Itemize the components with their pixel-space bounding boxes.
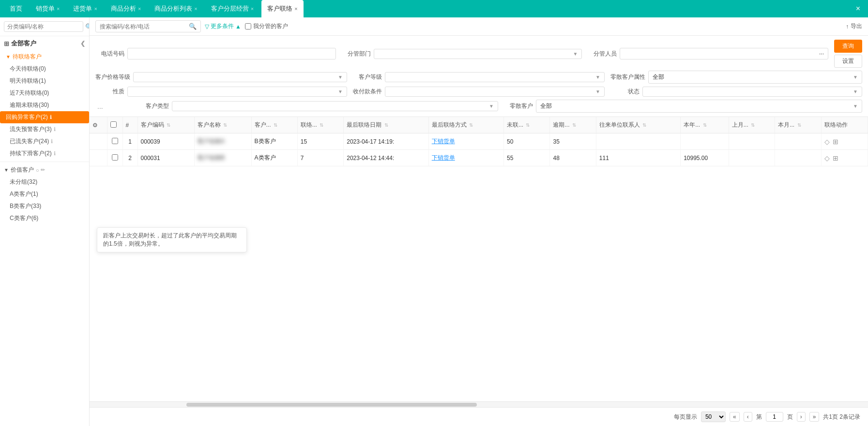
row-checkbox-cell[interactable]	[107, 133, 122, 150]
th-not-contacted[interactable]: 未联... ⇅	[504, 117, 550, 133]
tab-customer-segmentation[interactable]: 客户分层经营 ×	[205, 0, 259, 17]
sidebar-search-input[interactable]	[4, 21, 83, 32]
customer-level-select[interactable]: ▼	[385, 72, 605, 82]
per-page-select[interactable]: 50 100 200	[701, 411, 726, 422]
th-category[interactable]: 客户... ⇅	[251, 117, 297, 133]
action-icons-container: ◇ ⊞	[824, 154, 865, 162]
edit-icon[interactable]: ○	[36, 167, 39, 173]
sidebar-all-customers-header[interactable]: ⊞ 全部客户 ❮	[0, 36, 89, 51]
sidebar-value-customers-header[interactable]: ▼ 价值客户 ○ ✏	[0, 164, 89, 176]
sidebar-item-ungrouped[interactable]: 未分组(32)	[0, 176, 89, 188]
record-action-icon[interactable]: ⊞	[833, 138, 838, 146]
th-this-year[interactable]: 本年... ⇅	[681, 117, 729, 133]
status-select[interactable]: ▼	[642, 87, 862, 97]
row-this-year: 10995.00	[681, 150, 729, 166]
horizontal-scrollbar[interactable]	[90, 401, 868, 407]
close-icon[interactable]: ×	[294, 0, 297, 17]
retail-customer-select[interactable]: 全部 ▼	[536, 100, 862, 113]
tab-home[interactable]: 首页	[4, 0, 28, 17]
next-page-button[interactable]: ›	[797, 412, 806, 422]
th-overdue[interactable]: 逾期... ⇅	[550, 117, 596, 133]
row-last-contact-method[interactable]: 下销货单	[428, 150, 503, 166]
more-dots[interactable]: ...	[95, 103, 105, 110]
select-all-checkbox[interactable]	[110, 121, 117, 128]
sidebar-item-persistent-decline[interactable]: 持续下滑客户(2) ℹ	[0, 147, 89, 160]
tab-product-analysis-label: 商品分析	[111, 0, 136, 17]
tab-product-analysis-list[interactable]: 商品分析列表 ×	[149, 0, 203, 17]
first-page-button[interactable]: «	[730, 412, 740, 422]
manager-select[interactable]: ···	[620, 48, 828, 59]
th-last-month[interactable]: 上月... ⇅	[729, 117, 775, 133]
customer-type-select[interactable]: ▼	[172, 101, 498, 111]
sidebar-item-today[interactable]: 今天待联络(0)	[0, 63, 89, 75]
my-customers-checkbox-area[interactable]: 我分管的客户	[245, 22, 288, 30]
row-last-contact-method[interactable]: 下销货单	[428, 133, 503, 150]
close-icon[interactable]: ×	[251, 0, 254, 17]
query-button[interactable]: 查询	[834, 40, 862, 53]
phone-input[interactable]	[127, 48, 336, 59]
close-icon[interactable]: ×	[94, 0, 97, 17]
settings-button[interactable]: 设置	[834, 55, 862, 68]
dept-select[interactable]: ▼	[374, 49, 582, 59]
nav-close-button[interactable]: ×	[852, 4, 864, 13]
value-customers-label: 价值客户	[11, 166, 34, 174]
th-settings[interactable]: ⚙	[90, 117, 107, 133]
my-customers-checkbox[interactable]	[245, 23, 251, 29]
search-input[interactable]	[100, 23, 187, 30]
sidebar-pending-contact-header[interactable]: ▼ 待联络客户	[0, 51, 89, 63]
last-contact-method-link[interactable]: 下销货单	[432, 138, 455, 145]
tab-purchase-order[interactable]: 进货单 ×	[67, 0, 103, 17]
close-icon[interactable]: ×	[194, 0, 197, 17]
last-contact-method-link[interactable]: 下销货单	[432, 154, 455, 161]
sidebar-item-class-a[interactable]: A类客户(1)	[0, 188, 89, 200]
sidebar-item-class-b[interactable]: B类客户(33)	[0, 200, 89, 212]
row-checkbox[interactable]	[112, 154, 118, 161]
contact-action-icon[interactable]: ◇	[824, 154, 830, 162]
sidebar-search-icon[interactable]: 🔍	[85, 23, 90, 30]
sidebar-item-7days[interactable]: 近7天待联络(0)	[0, 87, 89, 99]
scrollbar-thumb[interactable]	[186, 403, 477, 407]
th-checkbox[interactable]	[107, 117, 122, 133]
retail-attr-select[interactable]: 全部 ▼	[648, 71, 862, 84]
class-c-label: C类客户(6)	[10, 215, 38, 221]
th-last-contact-date[interactable]: 最后联络日期 ⇅	[344, 117, 429, 133]
row-code[interactable]: 000031	[137, 150, 194, 166]
sidebar-item-repurchase-abnormal[interactable]: 回购异常客户(2) ℹ	[0, 111, 89, 123]
page-number-input[interactable]	[766, 412, 783, 422]
tab-customer-contact[interactable]: 客户联络 ×	[261, 0, 303, 17]
sidebar-item-already-lost[interactable]: 已流失客户(24) ℹ	[0, 135, 89, 147]
top-navigation: 首页 销货单 × 进货单 × 商品分析 × 商品分析列表 × 客户分层经营 × …	[0, 0, 868, 17]
contact-action-icon[interactable]: ◇	[824, 138, 830, 146]
sidebar-item-lost-preview[interactable]: 流失预警客户(3) ℹ	[0, 123, 89, 135]
payment-select[interactable]: ▼	[385, 87, 605, 97]
th-contact[interactable]: 联络... ⇅	[297, 117, 343, 133]
th-this-month[interactable]: 本月... ⇅	[775, 117, 821, 133]
record-action-icon[interactable]: ⊞	[833, 154, 838, 162]
close-icon[interactable]: ×	[57, 0, 60, 17]
chevron-down-icon: ▼	[489, 103, 494, 109]
th-code[interactable]: 客户编码 ⇅	[137, 117, 194, 133]
close-icon[interactable]: ×	[138, 0, 141, 17]
edit-pencil-icon[interactable]: ✏	[41, 167, 45, 173]
export-button[interactable]: ↑ 导出	[846, 22, 862, 30]
row-code[interactable]: 000039	[137, 133, 194, 150]
table-container[interactable]: ⚙ # 客户编码 ⇅ 客户名称 ⇅	[90, 117, 868, 401]
gender-select[interactable]: ▼	[127, 87, 347, 97]
search-icon[interactable]: 🔍	[189, 23, 197, 30]
sidebar-item-tomorrow[interactable]: 明天待联络(1)	[0, 75, 89, 87]
tab-product-analysis[interactable]: 商品分析 ×	[105, 0, 147, 17]
last-page-button[interactable]: »	[809, 412, 820, 422]
sidebar-search-area: 🔍	[0, 17, 89, 36]
row-checkbox[interactable]	[112, 138, 118, 144]
th-last-contact-method[interactable]: 最后联络方式 ⇅	[428, 117, 503, 133]
row-checkbox-cell[interactable]	[107, 150, 122, 166]
sidebar-item-class-c[interactable]: C类客户(6)	[0, 212, 89, 224]
sidebar-item-overdue[interactable]: 逾期未联络(30)	[0, 99, 89, 111]
th-unit-contacts[interactable]: 往来单位联系人 ⇅	[596, 117, 680, 133]
price-level-select[interactable]: ▼	[133, 72, 347, 82]
prev-page-button[interactable]: ‹	[744, 412, 752, 422]
th-name[interactable]: 客户名称 ⇅	[195, 117, 251, 133]
more-conditions-button[interactable]: ▽ 更多条件 ▲	[205, 22, 241, 30]
tab-sales-order[interactable]: 销货单 ×	[30, 0, 65, 17]
settings-icon[interactable]: ⚙	[92, 122, 98, 129]
